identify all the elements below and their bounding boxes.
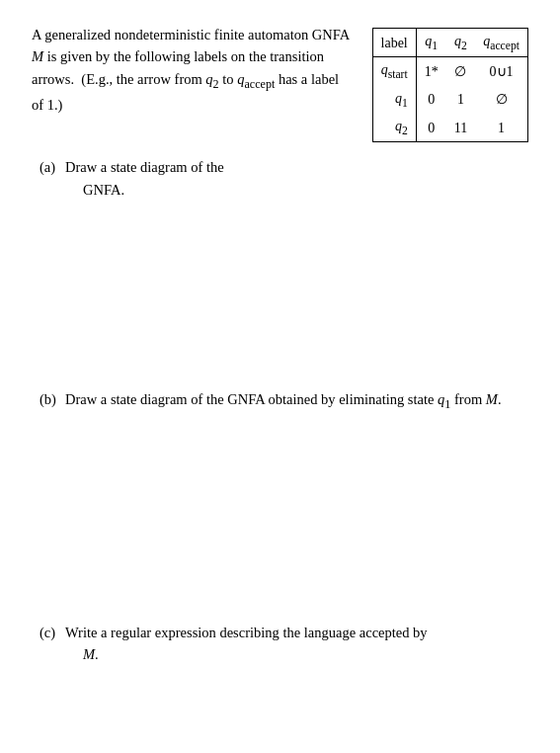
cell-qstart-qaccept: 0∪1 bbox=[475, 57, 527, 86]
col-label-header: label bbox=[372, 29, 416, 57]
table-row: q1 0 1 ∅ bbox=[372, 86, 527, 114]
gnfa-table: label q1 q2 qaccept qstart 1* ∅ 0∪1 q1 0 bbox=[372, 28, 528, 142]
intro-section: A generalized nondeterministic finite au… bbox=[32, 24, 528, 142]
cell-qstart-q2: ∅ bbox=[446, 57, 475, 86]
part-a-section: (a) Draw a state diagram of the GNFA. bbox=[32, 156, 528, 378]
part-b-section: (b) Draw a state diagram of the GNFA obt… bbox=[32, 388, 528, 612]
part-a-body bbox=[32, 201, 528, 378]
part-a-letter: (a) bbox=[40, 156, 59, 178]
row-q2-header: q2 bbox=[372, 114, 416, 142]
col-qaccept-header: qaccept bbox=[475, 29, 527, 57]
part-c-continuation: M. bbox=[32, 643, 528, 665]
part-c-body bbox=[32, 666, 528, 725]
part-c-section: (c) Write a regular expression describin… bbox=[32, 622, 528, 725]
cell-q1-qaccept: ∅ bbox=[475, 86, 527, 114]
cell-q2-qaccept: 1 bbox=[475, 114, 527, 142]
cell-q1-q2: 1 bbox=[446, 86, 475, 114]
part-b-letter: (b) bbox=[40, 388, 59, 414]
part-a-text: Draw a state diagram of the bbox=[65, 156, 528, 178]
intro-paragraph: A generalized nondeterministic finite au… bbox=[32, 24, 355, 116]
cell-q2-q2: 11 bbox=[446, 114, 475, 142]
table-row: qstart 1* ∅ 0∪1 bbox=[372, 57, 527, 86]
gnfa-table-container: label q1 q2 qaccept qstart 1* ∅ 0∪1 q1 0 bbox=[372, 28, 528, 142]
cell-q2-q1: 0 bbox=[416, 114, 446, 142]
row-q1-header: q1 bbox=[372, 86, 416, 114]
part-c-letter: (c) bbox=[40, 622, 59, 643]
part-c-text: Write a regular expression describing th… bbox=[65, 622, 528, 643]
part-c-label: (c) Write a regular expression describin… bbox=[32, 622, 528, 643]
cell-qstart-q1: 1* bbox=[416, 57, 446, 86]
part-b-body bbox=[32, 414, 528, 612]
row-qstart-header: qstart bbox=[372, 57, 416, 86]
intro-text: A generalized nondeterministic finite au… bbox=[32, 24, 355, 142]
part-b-label: (b) Draw a state diagram of the GNFA obt… bbox=[32, 388, 528, 414]
page-content: A generalized nondeterministic finite au… bbox=[32, 24, 528, 729]
col-q2-header: q2 bbox=[446, 29, 475, 57]
cell-q1-q1: 0 bbox=[416, 86, 446, 114]
part-b-text: Draw a state diagram of the GNFA obtaine… bbox=[65, 388, 528, 414]
table-header-row: label q1 q2 qaccept bbox=[372, 29, 527, 57]
part-a-continuation: GNFA. bbox=[32, 179, 528, 201]
part-a-label: (a) Draw a state diagram of the bbox=[32, 156, 528, 178]
col-q1-header: q1 bbox=[416, 29, 446, 57]
table-row: q2 0 11 1 bbox=[372, 114, 527, 142]
